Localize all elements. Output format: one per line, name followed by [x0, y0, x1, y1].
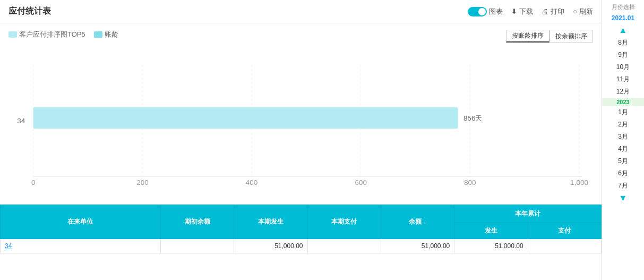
sidebar-selected-month[interactable]: 2021.01 — [612, 12, 634, 24]
legend-item-top5: 客户应付排序图TOP5 — [8, 30, 85, 39]
cell-balance: 51,000.00 — [381, 239, 454, 253]
sidebar-month-10[interactable]: 10月 — [602, 61, 644, 73]
svg-text:800: 800 — [464, 179, 476, 186]
sidebar-down-button[interactable]: ▼ — [617, 192, 630, 205]
header: 应付统计表 图表 ⬇ 下载 🖨 打印 ○ 刷新 — [0, 0, 602, 23]
th-year-occur: 发生 — [454, 223, 528, 239]
table-area: 在来单位 期初余额 本期发生 本期支付 余额 ↓ 本年累计 发生 支付 — [0, 204, 602, 280]
print-button[interactable]: 🖨 打印 — [542, 7, 564, 16]
page-title: 应付统计表 — [8, 6, 51, 17]
sidebar-month-1[interactable]: 1月 — [602, 106, 644, 118]
chart-label: 图表 — [489, 7, 503, 16]
sidebar-month-2[interactable]: 2月 — [602, 118, 644, 131]
sidebar-month-5[interactable]: 5月 — [602, 155, 644, 167]
refresh-label: 刷新 — [579, 7, 593, 16]
chart-svg: 34 856天 0 200 400 600 800 1,000 — [8, 49, 593, 198]
svg-text:34: 34 — [17, 117, 25, 125]
th-unit: 在来单位 — [1, 205, 161, 239]
page-wrapper: 应付统计表 图表 ⬇ 下载 🖨 打印 ○ 刷新 — [0, 0, 644, 280]
download-button[interactable]: ⬇ 下载 — [511, 7, 533, 16]
th-year-pay: 支付 — [528, 223, 601, 239]
th-period-start: 期初余额 — [160, 205, 234, 239]
th-current-occur: 本期发生 — [234, 205, 307, 239]
svg-text:1,000: 1,000 — [570, 179, 588, 186]
data-table: 在来单位 期初余额 本期发生 本期支付 余额 ↓ 本年累计 发生 支付 — [0, 205, 602, 253]
sort-by-balance-button[interactable]: 按余额排序 — [549, 30, 593, 43]
th-year-cumul: 本年累计 — [454, 205, 602, 223]
refresh-icon: ○ — [573, 7, 577, 15]
sidebar-month-7[interactable]: 7月 — [602, 180, 644, 192]
svg-text:0: 0 — [31, 179, 36, 186]
th-balance: 余额 ↓ — [381, 205, 454, 239]
sidebar-month-6[interactable]: 6月 — [602, 167, 644, 180]
chart-sort-buttons: 按账龄排序 按余额排序 — [506, 30, 593, 43]
download-label: 下载 — [519, 7, 533, 16]
svg-rect-1 — [33, 107, 458, 129]
cell-current-pay — [307, 239, 381, 253]
header-actions: 图表 ⬇ 下载 🖨 打印 ○ 刷新 — [468, 7, 593, 16]
sort-by-age-button[interactable]: 按账龄排序 — [506, 30, 549, 43]
legend-color-age — [94, 31, 102, 38]
legend-item-age: 账龄 — [94, 30, 118, 39]
th-current-pay: 本期支付 — [307, 205, 381, 239]
legend-label-top5: 客户应付排序图TOP5 — [19, 30, 85, 39]
legend-label-age: 账龄 — [105, 30, 118, 39]
print-icon: 🖨 — [542, 7, 548, 15]
chart-area: 客户应付排序图TOP5 账龄 按账龄排序 按余额排序 34 — [0, 23, 602, 204]
chart-header-row: 客户应付排序图TOP5 账龄 按账龄排序 按余额排序 — [8, 30, 593, 47]
svg-text:856天: 856天 — [463, 114, 483, 122]
print-label: 打印 — [551, 7, 564, 16]
sidebar-up-button[interactable]: ▲ — [617, 24, 630, 37]
sidebar-month-11[interactable]: 11月 — [602, 73, 644, 86]
sidebar-month-4[interactable]: 4月 — [602, 143, 644, 155]
svg-text:600: 600 — [355, 179, 367, 186]
toggle-switch-icon[interactable] — [468, 7, 487, 16]
chart-legend: 客户应付排序图TOP5 账龄 — [8, 30, 118, 39]
cell-year-occur: 51,000.00 — [454, 239, 528, 253]
sidebar-right: 月份选择 2021.01 ▲ 8月 9月 10月 11月 12月 2023 1月… — [602, 0, 644, 280]
sidebar-month-3[interactable]: 3月 — [602, 131, 644, 143]
chart-container: 34 856天 0 200 400 600 800 1,000 — [8, 49, 593, 198]
cell-period-start — [160, 239, 234, 253]
sidebar-month-9[interactable]: 9月 — [602, 49, 644, 61]
table-row: 34 51,000.00 51,000.00 51,000.00 — [1, 239, 602, 253]
left-section: 应付统计表 图表 ⬇ 下载 🖨 打印 ○ 刷新 — [0, 0, 602, 280]
cell-current-occur: 51,000.00 — [234, 239, 307, 253]
cell-unit[interactable]: 34 — [1, 239, 161, 253]
cell-year-pay — [528, 239, 601, 253]
svg-text:400: 400 — [246, 179, 258, 186]
svg-text:200: 200 — [136, 179, 149, 186]
download-icon: ⬇ — [511, 7, 517, 15]
sidebar-month-12[interactable]: 12月 — [602, 86, 644, 98]
table-wrapper: 在来单位 期初余额 本期发生 本期支付 余额 ↓ 本年累计 发生 支付 — [0, 205, 602, 253]
legend-color-top5 — [8, 31, 17, 38]
chart-toggle[interactable]: 图表 — [468, 7, 503, 16]
sidebar-year-2023[interactable]: 2023 — [602, 98, 644, 106]
sidebar-month-8[interactable]: 8月 — [602, 37, 644, 49]
refresh-button[interactable]: ○ 刷新 — [573, 7, 593, 16]
sidebar-month-title: 月份选择 — [612, 2, 635, 12]
